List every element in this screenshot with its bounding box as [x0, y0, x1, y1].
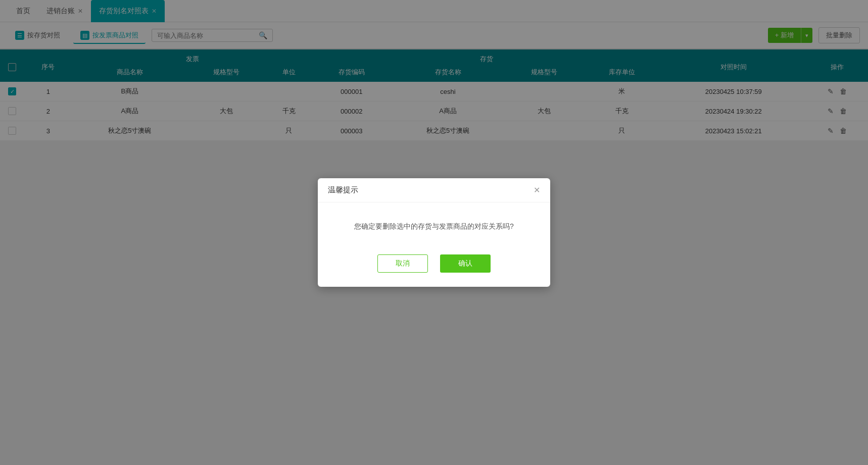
confirm-dialog: 温馨提示 ✕ 您确定要删除选中的存货与发票商品的对应关系吗? 取消 确认	[318, 178, 550, 286]
dialog-confirm-button[interactable]: 确认	[440, 254, 491, 273]
dialog-body: 您确定要删除选中的存货与发票商品的对应关系吗?	[318, 202, 550, 246]
dialog-cancel-button[interactable]: 取消	[377, 254, 428, 273]
dialog-close-button[interactable]: ✕	[534, 185, 540, 195]
dialog-footer: 取消 确认	[318, 246, 550, 287]
dialog-header: 温馨提示 ✕	[318, 178, 550, 202]
dialog-message: 您确定要删除选中的存货与发票商品的对应关系吗?	[354, 222, 514, 230]
dialog-title: 温馨提示	[328, 185, 358, 195]
dialog-overlay: 温馨提示 ✕ 您确定要删除选中的存货与发票商品的对应关系吗? 取消 确认	[0, 0, 868, 465]
